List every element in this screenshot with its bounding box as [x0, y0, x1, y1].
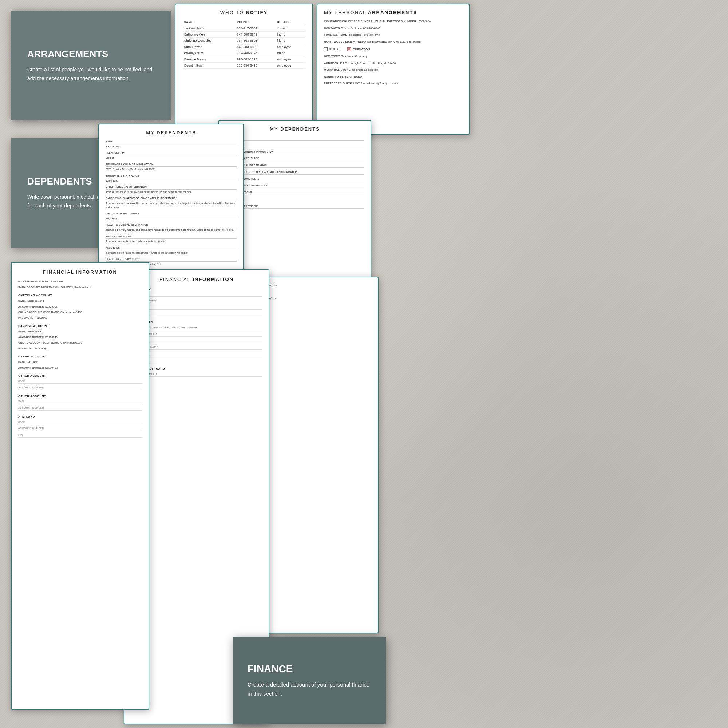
arrangements-description: Create a list of people you would like t…: [27, 66, 155, 83]
dep-r-birthdate: BIRTHDATE & BIRTHPLACE: [226, 156, 364, 161]
address-field: ADDRESS 411 Cavenaugh Drives, Leslie Hil…: [324, 61, 462, 66]
credit-acct: ACCOUNT NUMBER: [131, 333, 262, 337]
dep-r-location: LOCATION OF DOCUMENTS: [226, 177, 364, 182]
finance-box-description: Create a detailed account of your person…: [248, 680, 371, 699]
cremation-option: ✕ CREMATION: [347, 47, 370, 51]
insurance-field: INSURANCE POLICY FOR FUNERAL/BURIAL EXPE…: [324, 20, 462, 24]
fin-center-title: FINANCIAL INFORMATION: [131, 277, 262, 282]
dep-location-docs: LOCATION OF DOCUMENTS Bill, Laura: [106, 212, 237, 220]
table-row: Wesley Cains717-768-6794friend: [183, 50, 305, 57]
memorial-field: MEMORIAL STONE as simple as possible: [324, 68, 462, 72]
other1-title: OTHER ACCOUNT: [18, 355, 142, 358]
other1-bank: BANK RL Bank: [18, 360, 142, 364]
dep-residence: RESIDENCE & CONTACT INFORMATION 8520 Kes…: [106, 163, 237, 171]
col-details: DETAILS: [276, 19, 305, 26]
dep-r-health-med: HEALTH & MEDICAL INFORMATION: [226, 184, 364, 188]
cell-phone: 644-995-3545: [236, 32, 276, 38]
cell-detail: friend: [276, 38, 305, 44]
credit-notes: NOTES: [131, 359, 262, 363]
dep-health-conditions: HEALTH CONDITIONS Joshua has assonisme a…: [106, 235, 237, 243]
dep-left-title: MY DEPENDENTS: [106, 130, 237, 135]
other3-title: OTHER ACCOUNT: [18, 395, 142, 398]
notify-title: WHO TO NOTIFY: [183, 10, 305, 15]
cell-detail: employee: [276, 57, 305, 63]
cell-name: Catherine Kerr: [183, 32, 236, 38]
burial-cremation-row: BURIAL ✕ CREMATION: [324, 47, 462, 51]
table-row: Quentin Burr120-286-3432employee: [183, 63, 305, 69]
credit-user: ONLINE USER NAME: [131, 346, 262, 350]
dep-r-caregiving: CAREGIVING, CUSTODY, OR GUARDIANSHIP INF…: [226, 170, 364, 175]
cremation-checkbox: ✕: [347, 47, 351, 51]
dep-r-providers: HEALTH CARE PROVIDERS: [226, 205, 364, 209]
dep-r-conditions: HEALTH CONDITIONS: [226, 191, 364, 195]
dep-allergies: ALLERGIES allergic to pollen, takes medi…: [106, 246, 237, 255]
store-credit-title: STORE CREDIT CARD: [131, 367, 262, 370]
dep-r-allergies: ALLERGIES: [226, 198, 364, 202]
savings-acct: ACCOUNT NUMBER 30153249: [18, 336, 142, 340]
remains-field: HOW I WOULD LIKE MY REMAINS DISPOSED OF …: [324, 40, 462, 44]
debit-title: DEBIT CARD: [131, 287, 262, 291]
credit-pin: PIN: [131, 352, 262, 356]
preferred-guest-field: PREFERRED GUEST LIST I would like my fam…: [324, 81, 462, 86]
credit-title: CREDIT CARD: [131, 321, 262, 324]
savings-bank: BANK Eastern Bank: [18, 330, 142, 334]
cell-name: Jacklyn Hains: [183, 26, 236, 32]
dep-r-other: OTHER PERSONAL INFORMATION: [226, 164, 364, 168]
debit-bank: BANK: [131, 293, 262, 297]
notify-table: NAME PHONE DETAILS Jacklyn Hains614-917-…: [183, 19, 305, 69]
atm-pin: PIN: [18, 434, 142, 437]
cell-detail: friend: [276, 32, 305, 38]
atm-acct: ACCOUNT NUMBER: [18, 427, 142, 431]
other2-title: OTHER ACCOUNT: [18, 374, 142, 378]
table-row: Ruth Trewar646-883-6893employee: [183, 44, 305, 50]
cell-detail: employee: [276, 44, 305, 50]
debit-acct: ACCOUNT NUMBER: [131, 299, 262, 303]
funeral-home-field: FUNERAL HOME Treehouse Funeral Home: [324, 33, 462, 37]
cell-detail: friend: [276, 50, 305, 57]
savings-user: ONLINE ACCOUNT USER NAME Catherine.uh101…: [18, 341, 142, 345]
cell-name: Quentin Burr: [183, 63, 236, 69]
col-phone: PHONE: [236, 19, 276, 26]
cemetery-field: CEMETERY Treehouse Cemetery: [324, 55, 462, 59]
cell-phone: 998-382-1220: [236, 57, 276, 63]
cell-phone: 120-286-3432: [236, 63, 276, 69]
cell-name: Christine Gonzalez: [183, 38, 236, 44]
cell-phone: 614-917-0682: [236, 26, 276, 32]
notify-card: WHO TO NOTIFY NAME PHONE DETAILS Jacklyn…: [175, 4, 313, 135]
table-row: Caroline Mayor998-382-1220employee: [183, 57, 305, 63]
other3-acct: ACCOUNT NUMBER: [18, 407, 142, 411]
dep-right-title: MY DEPENDENTS: [226, 126, 364, 132]
cell-detail: cousin: [276, 26, 305, 32]
cell-name: Caroline Mayor: [183, 57, 236, 63]
cell-name: Ruth Trewar: [183, 44, 236, 50]
atm-bank: BANK: [18, 421, 142, 424]
bank-acct-field: BANK ACCOUNT INFORMATION 56829503, Easte…: [18, 286, 142, 290]
arrangements-title: ARRANGEMENTS: [27, 48, 155, 60]
dep-r-relationship: RELATIONSHIP: [226, 143, 364, 147]
dependents-left-card: MY DEPENDENTS NAME Joshua Ures RELATIONS…: [98, 124, 244, 277]
debit-notes: NOTES: [131, 312, 262, 316]
burial-checkbox: [324, 47, 327, 51]
cell-phone: 646-883-6893: [236, 44, 276, 50]
table-row: Catherine Kerr644-995-3545friend: [183, 32, 305, 38]
cell-name: Wesley Cains: [183, 50, 236, 57]
checking-user: ONLINE ACCOUNT USER NAME Catherine.uk840…: [18, 310, 142, 315]
checking-title: CHECKING ACCOUNT: [18, 294, 142, 297]
table-row: Christine Gonzalez254-663-5893friend: [183, 38, 305, 44]
savings-pass: PASSWORD Whitlock(): [18, 347, 142, 351]
dep-r-name: NAME: [226, 136, 364, 141]
checking-acct: ACCOUNT NUMBER 56829503: [18, 305, 142, 309]
finance-info-box: FINANCE Create a detailed account of you…: [233, 637, 386, 724]
checking-bank: BANK Eastern Bank: [18, 299, 142, 303]
table-row: Jacklyn Hains614-917-0682cousin: [183, 26, 305, 32]
dep-caregiving: CAREGIVING, CUSTODY, OR GUARDIANSHIP INF…: [106, 197, 237, 209]
credit-type: MASTERCARD / VISA / AMEX / DISCOVER / OT…: [131, 326, 262, 330]
ashes-field: ASHES TO BE SCATTERED: [324, 75, 462, 79]
other1-acct: ACCOUNT NUMBER 05319402: [18, 366, 142, 370]
savings-title: SAVINGS ACCOUNT: [18, 324, 142, 327]
cell-phone: 717-768-6794: [236, 50, 276, 57]
dep-birthdate: BIRTHDATE & BIRTHPLACE 12/06/1987: [106, 174, 237, 183]
store-acct: ACCOUNT NUMBER: [131, 373, 262, 377]
other2-bank: BANK: [18, 380, 142, 384]
dep-health-medical: HEALTH & MEDICAL INFORMATION Joshua is n…: [106, 223, 237, 232]
